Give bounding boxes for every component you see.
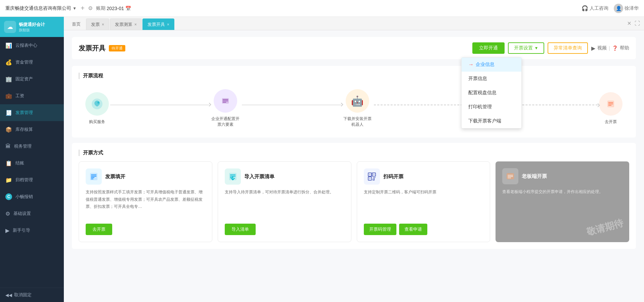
svg-rect-36 xyxy=(508,176,513,177)
dropdown-item-printer[interactable]: 打印机管理 xyxy=(462,100,521,114)
dropdown-menu: → 企业信息 开票信息 配置税盘信息 打印机管理 下 xyxy=(461,57,522,128)
sidebar-bottom-action[interactable]: ◀◀ 取消固定 xyxy=(0,288,64,302)
fill-invoice-icon xyxy=(86,168,102,185)
svg-rect-18 xyxy=(91,177,94,178)
tab-invoice-close[interactable]: × xyxy=(102,22,104,27)
logo-icon: ☁ xyxy=(4,21,16,33)
sidebar-bottom-label: 取消固定 xyxy=(14,292,32,298)
tab-bar-expand-btn[interactable]: ⛶ xyxy=(635,21,640,27)
tab-invoice-calc-label: 发票测算 xyxy=(115,22,132,28)
consult-label: 人工咨询 xyxy=(590,5,608,11)
fill-invoice-title: 发票填开 xyxy=(105,174,125,180)
period-value: 2023-01 xyxy=(107,6,124,11)
sidebar-item-label: 发票管理 xyxy=(15,110,33,116)
sidebar-item-label: 新手引导 xyxy=(13,227,30,233)
sidebar-item-tax-mgmt[interactable]: 🏛 税务管理 xyxy=(0,138,64,155)
sidebar-item-invoice-mgmt[interactable]: 🧾 发票管理 xyxy=(0,104,64,121)
tab-invoice-calc[interactable]: 发票测算 × xyxy=(110,18,142,30)
company-dropdown-icon[interactable]: ▼ xyxy=(73,6,77,11)
svg-rect-35 xyxy=(508,175,513,176)
svg-line-2 xyxy=(98,102,99,103)
settings-button-label: 开票设置 xyxy=(514,45,533,51)
pin-icon: ◀◀ xyxy=(5,293,12,298)
svg-rect-29 xyxy=(373,174,375,175)
import-list-btn[interactable]: 导入清单 xyxy=(225,224,256,235)
logo-area: ☁ 畅捷通好会计 旗舰版 xyxy=(0,17,64,37)
video-icon[interactable]: ▶ xyxy=(591,45,595,51)
scan-invoice-desc: 支持定制开票二维码，客户端可扫码开票 xyxy=(364,189,483,218)
tab-bar-close-btn[interactable]: × xyxy=(627,20,631,27)
sidebar-item-cloud-report[interactable]: 📊 云报表中心 xyxy=(0,37,64,54)
sidebar-item-label: 固定资产 xyxy=(15,76,33,82)
tab-invoice-issue-close[interactable]: × xyxy=(167,22,169,27)
sidebar-item-xiaochang[interactable]: C 小畅报销 xyxy=(0,188,64,205)
scan-invoice-icon xyxy=(364,168,380,185)
svg-rect-14 xyxy=(608,105,611,106)
user-button[interactable]: 👤 徐泽华 xyxy=(614,4,639,13)
sidebar-item-fund-mgmt[interactable]: 💰 资金管理 xyxy=(0,54,64,71)
boss-invoice-title: 老板端开票 xyxy=(522,173,547,180)
dropdown-item-label: 配置税盘信息 xyxy=(468,90,497,95)
tab-invoice[interactable]: 发票 × xyxy=(86,18,109,30)
sidebar-item-settings[interactable]: ⚙ 基础设置 xyxy=(0,205,64,222)
dropdown-item-tax-config[interactable]: 配置税盘信息 xyxy=(462,86,521,100)
sidebar-item-payroll[interactable]: 💼 工资 xyxy=(0,87,64,104)
qrcode-manage-btn[interactable]: 开票码管理 xyxy=(364,224,396,235)
settings-icon[interactable]: ⚙ xyxy=(88,5,93,11)
tab-invoice-issue[interactable]: 发票开具 × xyxy=(142,18,174,30)
fill-invoice-desc: 支持按照发票样式手工填开发票；可开具增值税电子普通发票、增值税普通发票、增值税专… xyxy=(86,189,205,218)
accounting-icon: 📋 xyxy=(5,160,12,166)
sidebar-item-label: 基础设置 xyxy=(13,211,31,217)
company-name: 重庆畅捷交通信息咨询有限公司 xyxy=(5,5,71,11)
flow-step-5: 去开票 xyxy=(599,92,622,125)
view-application-btn[interactable]: 查看申请 xyxy=(399,224,427,235)
archive-icon: 📁 xyxy=(5,177,12,183)
sidebar-item-label: 税务管理 xyxy=(14,143,32,149)
flow-section: 开票流程 购买服务 xyxy=(72,66,636,138)
help-icon[interactable]: ❓ xyxy=(612,45,618,51)
svg-rect-30 xyxy=(369,178,371,179)
methods-section: 开票方式 xyxy=(72,143,636,249)
user-name: 徐泽华 xyxy=(625,5,639,11)
sidebar-item-archive[interactable]: 📁 归档管理 xyxy=(0,172,64,188)
help-label: 帮助 xyxy=(620,45,629,51)
tab-invoice-calc-close[interactable]: × xyxy=(134,22,137,27)
page-content: 发票开具 待开通 立即开通 开票设置 ▼ 异常清单查询 ▶ 视频 | ❓ 帮助 xyxy=(64,30,644,302)
svg-rect-28 xyxy=(369,174,371,175)
dropdown-item-label: 打印机管理 xyxy=(468,104,492,109)
flow-step-5-label: 去开票 xyxy=(605,119,617,125)
anomaly-button[interactable]: 异常清单查询 xyxy=(548,42,588,54)
dropdown-item-download[interactable]: 下载开票客户端 xyxy=(462,114,521,128)
svg-rect-21 xyxy=(230,175,235,175)
tab-home[interactable]: 首页 xyxy=(67,18,86,30)
sidebar-item-label: 库存核算 xyxy=(15,126,33,133)
svg-rect-17 xyxy=(91,176,96,177)
calendar-icon[interactable]: 📅 xyxy=(125,6,131,11)
sidebar-item-label: 云报表中心 xyxy=(15,42,37,48)
inventory-icon: 📦 xyxy=(5,126,12,133)
dropdown-item-invoice-info[interactable]: 开票信息 xyxy=(462,72,521,86)
sidebar-item-accounting[interactable]: 📋 结账 xyxy=(0,155,64,172)
method-card-scan: 扫码开票 支持定制开票二维码，客户端可扫码开票 开票码管理 查看申请 xyxy=(357,161,490,242)
xiaochang-icon: C xyxy=(5,193,12,200)
activate-button[interactable]: 立即开通 xyxy=(472,42,505,54)
add-icon[interactable]: + xyxy=(81,4,85,12)
sidebar-item-fixed-assets[interactable]: 🏢 固定资产 xyxy=(0,71,64,87)
settings-sidebar-icon: ⚙ xyxy=(5,211,10,217)
boss-invoice-icon xyxy=(502,168,518,184)
sidebar-item-guide[interactable]: ▶ 新手引导 xyxy=(0,222,64,239)
sidebar-item-inventory[interactable]: 📦 库存核算 xyxy=(0,121,64,138)
svg-rect-19 xyxy=(91,179,93,179)
logo-text: 畅捷通好会计 xyxy=(19,22,45,28)
fill-invoice-go-btn[interactable]: 去开票 xyxy=(86,224,112,235)
dropdown-item-company-info[interactable]: → 企业信息 xyxy=(462,58,521,72)
flow-step-2: 企业开通配置开票六要素 xyxy=(210,89,241,127)
settings-button[interactable]: 开票设置 ▼ xyxy=(508,42,544,54)
guide-icon: ▶ xyxy=(5,227,9,234)
svg-rect-37 xyxy=(508,178,511,178)
flow-step-1: 购买服务 xyxy=(85,92,109,125)
tab-home-label: 首页 xyxy=(72,21,81,27)
method-card-import: 导入开票清单 支持导入待开票清单，可对待开票清单进行拆分、合并处理。 导入清单 xyxy=(218,161,351,242)
consult-button[interactable]: 🎧 人工咨询 xyxy=(582,5,608,11)
flow-step-1-label: 购买服务 xyxy=(89,119,105,125)
